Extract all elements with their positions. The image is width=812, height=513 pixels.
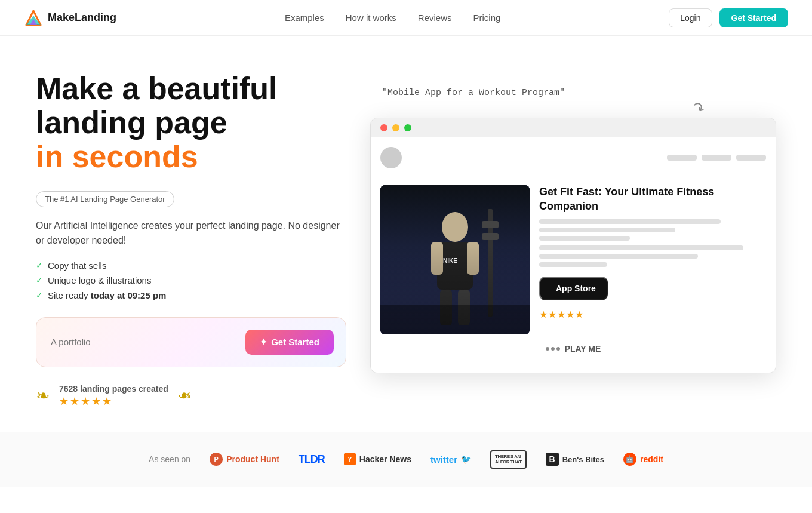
play-me-label: PLAY ME bbox=[565, 344, 601, 354]
fitness-img-placeholder: NIKE bbox=[380, 185, 530, 334]
app-store-label: App Store bbox=[556, 284, 596, 293]
svg-rect-9 bbox=[437, 242, 473, 290]
svg-rect-11 bbox=[467, 242, 479, 275]
check-icon-3: ✓ bbox=[36, 290, 43, 300]
fitness-image: NIKE bbox=[380, 185, 530, 334]
stats-area: ❧ 7628 landing pages created ★★★★★ ❧ bbox=[36, 384, 346, 408]
theresai-text: THERE'S ANAI FOR THAT bbox=[495, 454, 522, 465]
logo-link[interactable]: MakeLanding bbox=[24, 8, 116, 27]
site-info: Get Fit Fast: Your Ultimate Fitness Comp… bbox=[539, 185, 766, 334]
input-area: ✦ Get Started bbox=[36, 317, 346, 367]
svg-text:NIKE: NIKE bbox=[443, 257, 457, 264]
hacker-news-logo: Y Hacker News bbox=[344, 453, 411, 465]
ph-icon: P bbox=[210, 453, 223, 466]
twitter-text: twitter bbox=[430, 454, 457, 465]
text-line-6 bbox=[539, 262, 607, 267]
twitter-logo: twitter 🐦 bbox=[430, 454, 471, 465]
feature-2: ✓ Unique logo & illustrations bbox=[36, 275, 346, 285]
laurel-right: ❧ bbox=[178, 386, 192, 406]
twitter-bird-icon: 🐦 bbox=[461, 454, 471, 464]
site-header bbox=[380, 147, 766, 176]
text-lines bbox=[539, 219, 766, 267]
handwriting-label: "Mobile App for a Workout Program" bbox=[382, 88, 565, 98]
hero-badge: The #1 AI Landing Page Generator bbox=[36, 191, 174, 207]
nav-bar-1 bbox=[667, 155, 697, 161]
reddit-icon: 🤖 bbox=[623, 453, 636, 466]
site-title: Get Fit Fast: Your Ultimate Fitness Comp… bbox=[539, 185, 766, 213]
check-icon-2: ✓ bbox=[36, 275, 43, 285]
hero-title: Make a beautiful landing page in seconds bbox=[36, 72, 346, 174]
browser-window: NIKE Get Fit Fast: Your Ultimate Fitness… bbox=[370, 118, 776, 373]
get-started-button[interactable]: ✦ Get Started bbox=[245, 330, 334, 355]
check-icon-1: ✓ bbox=[36, 260, 43, 270]
svg-rect-12 bbox=[440, 290, 452, 325]
hero-right: "Mobile App for a Workout Program" ↷ bbox=[370, 106, 776, 373]
text-line-3 bbox=[539, 236, 630, 241]
svg-rect-7 bbox=[482, 233, 499, 240]
traffic-light-red bbox=[380, 124, 387, 131]
nav-bar-3 bbox=[736, 155, 766, 161]
nav-actions: Login Get Started bbox=[669, 8, 788, 27]
rating-stars: ★★★★★ bbox=[539, 309, 766, 320]
tldr-logo: TLDR bbox=[299, 453, 325, 466]
stats-stars: ★★★★★ bbox=[59, 395, 168, 408]
svg-rect-4 bbox=[380, 185, 530, 334]
nav-examples[interactable]: Examples bbox=[285, 13, 324, 23]
bens-text: Ben's Bites bbox=[562, 455, 604, 464]
nav-how-it-works[interactable]: How it works bbox=[346, 13, 396, 23]
spinner-icon bbox=[546, 347, 560, 351]
hero-description: Our Artificial Intelligence creates your… bbox=[36, 218, 346, 248]
browser-content: NIKE Get Fit Fast: Your Ultimate Fitness… bbox=[371, 137, 776, 373]
text-line-1 bbox=[539, 219, 721, 224]
hn-text: Hacker News bbox=[359, 454, 411, 464]
browser-toolbar bbox=[371, 118, 776, 137]
laurel-left: ❧ bbox=[36, 386, 50, 406]
traffic-light-green bbox=[404, 124, 411, 131]
hero-title-line2: in seconds bbox=[36, 140, 346, 174]
svg-rect-10 bbox=[431, 242, 443, 275]
site-logo-placeholder bbox=[380, 147, 402, 168]
get-started-label: Get Started bbox=[271, 337, 319, 347]
sparkle-icon: ✦ bbox=[260, 337, 267, 348]
nav-bar-2 bbox=[702, 155, 731, 161]
hn-icon: Y bbox=[344, 453, 356, 465]
bens-bites-logo: B Ben's Bites bbox=[546, 453, 604, 466]
reddit-logo: 🤖 reddit bbox=[623, 453, 663, 466]
app-store-button[interactable]: App Store bbox=[539, 277, 608, 300]
feature-1: ✓ Copy that sells bbox=[36, 260, 346, 271]
nav-links: Examples How it works Reviews Pricing bbox=[285, 13, 500, 23]
svg-rect-15 bbox=[380, 305, 530, 334]
ph-text: Product Hunt bbox=[226, 454, 279, 464]
logo-text: MakeLanding bbox=[48, 11, 116, 24]
text-line-4 bbox=[539, 245, 743, 250]
svg-rect-13 bbox=[458, 290, 470, 325]
tldr-text: TLDR bbox=[299, 453, 325, 466]
stats-text: 7628 landing pages created bbox=[59, 384, 168, 394]
arrow-icon: ↷ bbox=[689, 98, 708, 118]
text-line-2 bbox=[539, 228, 675, 232]
hero-left: Make a beautiful landing page in seconds… bbox=[36, 72, 346, 408]
hero-title-line1: Make a beautiful landing page bbox=[36, 71, 278, 140]
input-row: ✦ Get Started bbox=[48, 330, 334, 355]
get-started-nav-button[interactable]: Get Started bbox=[719, 8, 788, 27]
as-seen-label: As seen on bbox=[149, 454, 190, 464]
stats-info: 7628 landing pages created ★★★★★ bbox=[59, 384, 168, 408]
nav-pricing[interactable]: Pricing bbox=[473, 13, 500, 23]
theresai-logo: THERE'S ANAI FOR THAT bbox=[490, 450, 527, 469]
site-nav-placeholder bbox=[667, 155, 766, 161]
product-hunt-logo: P Product Hunt bbox=[210, 453, 279, 466]
login-button[interactable]: Login bbox=[669, 8, 712, 27]
logo-icon bbox=[24, 8, 43, 27]
svg-rect-6 bbox=[482, 221, 499, 228]
play-me-area[interactable]: PLAY ME bbox=[380, 334, 766, 363]
site-body: NIKE Get Fit Fast: Your Ultimate Fitness… bbox=[380, 185, 766, 334]
reddit-text: reddit bbox=[640, 454, 663, 464]
hero-section: Make a beautiful landing page in seconds… bbox=[0, 36, 812, 432]
traffic-light-yellow bbox=[392, 124, 399, 131]
feature-3: ✓ Site ready today at 09:25 pm bbox=[36, 290, 346, 300]
as-seen-on: As seen on P Product Hunt TLDR Y Hacker … bbox=[0, 432, 812, 487]
hero-input[interactable] bbox=[48, 332, 239, 352]
svg-point-8 bbox=[442, 212, 468, 242]
nav-reviews[interactable]: Reviews bbox=[418, 13, 452, 23]
navbar: MakeLanding Examples How it works Review… bbox=[0, 0, 812, 36]
